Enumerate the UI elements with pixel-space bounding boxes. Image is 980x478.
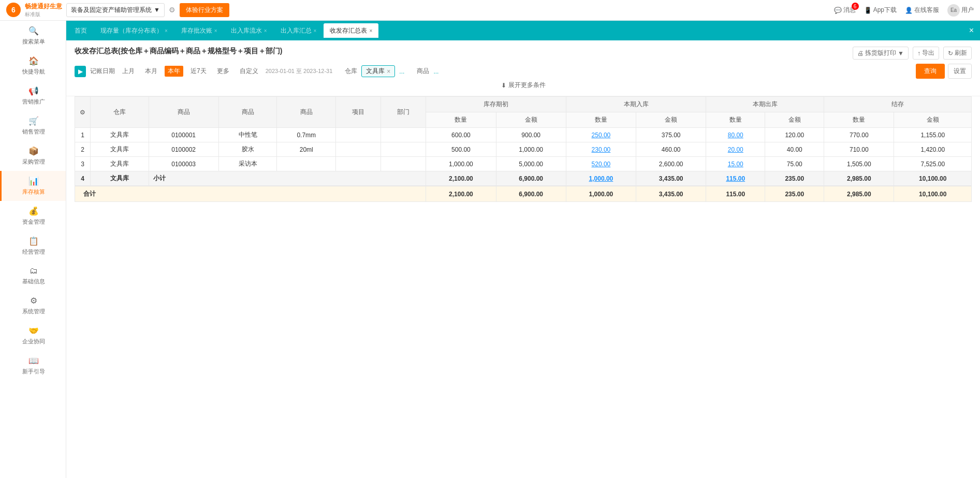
online-service-item[interactable]: 👤 在线客服 (905, 6, 939, 15)
tab-inout-summary-close[interactable]: × (314, 28, 317, 34)
cell-in-amt: 460.00 (636, 142, 706, 157)
expand-more-button[interactable]: ⬇ 展开更多条件 (501, 81, 546, 90)
user-label: 用户 (961, 6, 974, 15)
th-in: 本期入库 (566, 97, 706, 112)
cell-out-qty[interactable]: 80.00 (706, 128, 765, 142)
cell-in-qty[interactable]: 230.00 (566, 142, 636, 157)
cell-in-qty[interactable]: 520.00 (566, 157, 636, 171)
print-button[interactable]: 🖨 拣货版打印 ▼ (853, 47, 909, 60)
phone-icon: 📱 (864, 7, 872, 14)
sidebar-item-inventory[interactable]: 📊 库存核算 (0, 171, 66, 201)
out-qty-link[interactable]: 20.00 (728, 146, 743, 153)
tab-stock-dist[interactable]: 现存量（库存分布表） × (94, 23, 174, 38)
sidebar-item-purchase[interactable]: 📦 采购管理 (0, 141, 66, 171)
total-close-amt: 10,100.00 (894, 186, 972, 202)
column-settings-icon[interactable]: ⚙ (80, 109, 85, 116)
cell-sku-name: 采访本 (218, 157, 277, 171)
sidebar-item-guide[interactable]: 📖 新手引导 (0, 351, 66, 381)
sidebar-item-basic[interactable]: 🗂 基础信息 (0, 261, 66, 291)
inventory-icon: 📊 (28, 176, 39, 186)
tab-receive-send[interactable]: 收发存汇总表 × (324, 23, 378, 38)
subtotal-in-qty-link[interactable]: 1,000.00 (589, 175, 613, 182)
tab-batch-close[interactable]: × (214, 28, 217, 34)
tab-bar: 首页 现存量（库存分布表） × 库存批次账 × 出入库流水 × 出入库汇总 × … (66, 21, 980, 40)
sidebar-item-search[interactable]: 🔍 搜索菜单 (0, 21, 66, 51)
subtotal-row: 4 文具库 小计 2,100.00 6,900.00 1,000.00 3,43… (75, 171, 972, 186)
sidebar-item-sales[interactable]: 🛒 销售管理 (0, 111, 66, 141)
home-icon: 🏠 (28, 56, 39, 66)
app-tag: 标准版 (25, 11, 62, 18)
tab-bar-close-all[interactable]: × (965, 26, 978, 35)
date-this-month[interactable]: 本月 (142, 66, 160, 77)
sidebar-item-quick-nav[interactable]: 🏠 快捷导航 (0, 51, 66, 81)
tab-batch-label: 库存批次账 (181, 26, 212, 35)
subtotal-out-qty: 115.00 (706, 171, 765, 186)
user-item[interactable]: Ea 用户 (947, 4, 974, 17)
th-settings[interactable]: ⚙ (75, 97, 91, 128)
subtotal-open-qty: 2,100.00 (426, 171, 496, 186)
app-title-block: 畅捷通好生意 标准版 (25, 2, 62, 18)
date-this-year[interactable]: 本年 (165, 66, 183, 77)
sidebar-item-finance[interactable]: 💰 资金管理 (0, 201, 66, 231)
date-custom[interactable]: 自定义 (237, 66, 261, 77)
tab-inout-summary[interactable]: 出入库汇总 × (274, 23, 323, 38)
cell-in-qty[interactable]: 250.00 (566, 128, 636, 142)
goods-more-btn[interactable]: ... (433, 68, 438, 75)
date-more[interactable]: 更多 (214, 66, 232, 77)
subtotal-in-amt: 3,435.00 (636, 171, 706, 186)
in-qty-link[interactable]: 230.00 (592, 146, 611, 153)
sidebar-item-operations[interactable]: 📋 经营管理 (0, 231, 66, 261)
date-last-month[interactable]: 上月 (119, 66, 138, 77)
tab-stock-dist-close[interactable]: × (165, 28, 168, 34)
marketing-icon: 📢 (28, 86, 39, 96)
export-button[interactable]: ↑ 导出 (913, 47, 939, 60)
query-button[interactable]: 查询 (916, 64, 945, 79)
filter-row: ▶ 记账日期 上月 本月 本年 近7天 更多 自定义 2023-01-01 至 … (75, 64, 972, 79)
date-range-display: 2023-01-01 至 2023-12-31 (266, 67, 333, 75)
settings-button[interactable]: 设置 (948, 64, 972, 79)
print-label: 拣货版打印 (865, 49, 896, 57)
cell-close-amt: 1,420.00 (894, 142, 972, 157)
filter-toggle-button[interactable]: ▶ (75, 66, 86, 77)
tab-batch[interactable]: 库存批次账 × (175, 23, 224, 38)
tab-inout-flow[interactable]: 出入库流水 × (225, 23, 273, 38)
cell-project (336, 142, 381, 157)
system-selector[interactable]: 装备及固定资产辅助管理系统 ▼ (66, 3, 165, 17)
warehouse-more-btn[interactable]: ... (399, 68, 404, 75)
sidebar-item-system[interactable]: ⚙ 系统管理 (0, 291, 66, 321)
cell-spec (277, 157, 336, 171)
cell-out-qty[interactable]: 20.00 (706, 142, 765, 157)
message-item[interactable]: 💬 消息 6 (834, 6, 856, 15)
warehouse-tag-remove[interactable]: × (387, 68, 390, 75)
out-qty-link[interactable]: 15.00 (728, 161, 743, 168)
enterprise-icon: 🤝 (28, 326, 39, 336)
cell-sku-code: 0100002 (149, 142, 218, 157)
date-last7[interactable]: 近7天 (187, 66, 210, 77)
sidebar-item-marketing[interactable]: 📢 营销推广 (0, 81, 66, 111)
cell-out-qty[interactable]: 15.00 (706, 157, 765, 171)
guide-icon: 📖 (28, 356, 39, 366)
trial-button[interactable]: 体验行业方案 (180, 3, 229, 17)
tab-receive-send-close[interactable]: × (369, 28, 372, 34)
sidebar-label-search: 搜索菜单 (22, 38, 45, 46)
cell-close-amt: 7,525.00 (894, 157, 972, 171)
cell-dept (381, 142, 426, 157)
sidebar-label-basic: 基础信息 (22, 278, 45, 285)
refresh-button[interactable]: ↻ 刷新 (943, 47, 972, 60)
sidebar-item-enterprise[interactable]: 🤝 企业协同 (0, 321, 66, 351)
th-spec: 商品 (277, 97, 336, 128)
cell-no: 2 (75, 142, 91, 157)
gear-icon[interactable]: ⚙ (169, 6, 175, 14)
in-qty-link[interactable]: 250.00 (592, 132, 611, 139)
th-open-qty: 数量 (426, 112, 496, 128)
in-qty-link[interactable]: 520.00 (592, 161, 611, 168)
app-logo: 6 (6, 3, 21, 17)
tab-inout-flow-close[interactable]: × (264, 28, 267, 34)
out-qty-link[interactable]: 80.00 (728, 132, 743, 139)
app-download-item[interactable]: 📱 App下载 (864, 6, 897, 15)
query-buttons: 查询 设置 (916, 64, 972, 79)
subtotal-out-qty-link[interactable]: 115.00 (726, 175, 745, 182)
tab-home[interactable]: 首页 (68, 23, 93, 38)
cell-out-amt: 75.00 (765, 157, 824, 171)
tab-inout-flow-label: 出入库流水 (231, 26, 262, 35)
